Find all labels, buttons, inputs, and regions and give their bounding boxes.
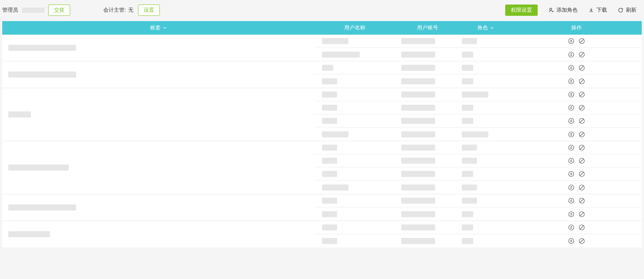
cell-username — [315, 238, 394, 244]
cell-accounts — [2, 61, 315, 88]
forbid-button[interactable] — [578, 157, 585, 164]
column-header-role[interactable]: 角色 — [460, 21, 511, 35]
cell-user-account — [394, 91, 460, 98]
cell-user-account — [394, 171, 460, 177]
refresh-label: 刷新 — [626, 7, 636, 14]
table-body[interactable] — [2, 35, 642, 247]
chevron-down-icon — [489, 25, 495, 30]
transfer-button[interactable] — [568, 104, 575, 111]
sub-row — [315, 128, 642, 141]
forbid-button[interactable] — [578, 184, 585, 191]
accountant-label: 会计主管: — [103, 7, 126, 14]
cell-role — [460, 131, 511, 137]
cell-operations — [511, 224, 642, 231]
cell-username — [315, 171, 394, 177]
cell-operations — [511, 91, 642, 98]
forbid-button[interactable] — [578, 117, 585, 124]
cell-operations — [511, 184, 642, 191]
user-plus-icon — [548, 7, 554, 13]
cell-role — [460, 118, 511, 124]
data-table: 账套 用户名称 用户账号 角色 操作 — [2, 21, 642, 247]
column-header-user-account-label: 用户账号 — [417, 24, 438, 31]
cell-role — [460, 38, 511, 44]
column-header-accounts[interactable]: 账套 — [2, 21, 315, 35]
table-row — [2, 35, 642, 61]
redacted-admin-value — [22, 8, 44, 13]
cell-accounts — [2, 221, 315, 247]
transfer-button[interactable] — [568, 117, 575, 124]
forbid-button[interactable] — [578, 144, 585, 151]
forbid-button[interactable] — [578, 197, 585, 204]
permission-settings-button[interactable]: 权限设置 — [505, 5, 538, 16]
svg-point-11 — [569, 105, 574, 110]
redacted-value — [401, 118, 435, 124]
table-header-row: 账套 用户名称 用户账号 角色 操作 — [2, 21, 642, 35]
forbid-button[interactable] — [578, 224, 585, 231]
sub-row — [315, 221, 642, 234]
add-role-button[interactable]: 添加角色 — [548, 7, 578, 14]
svg-point-23 — [569, 185, 574, 190]
redacted-value — [8, 111, 31, 117]
table-row — [2, 88, 642, 141]
redacted-value — [322, 38, 348, 44]
transfer-button[interactable] — [568, 197, 575, 204]
redacted-value — [401, 38, 435, 44]
redacted-value — [462, 238, 473, 244]
forbid-button[interactable] — [578, 238, 585, 244]
add-role-label: 添加角色 — [557, 7, 578, 14]
cell-operations — [511, 38, 642, 44]
redacted-value — [462, 105, 473, 111]
forbid-button[interactable] — [578, 104, 585, 111]
redacted-value — [322, 65, 333, 71]
sub-row — [315, 141, 642, 154]
forbid-button[interactable] — [578, 51, 585, 58]
transfer-button[interactable] — [568, 211, 575, 218]
redacted-value — [322, 238, 337, 244]
svg-point-21 — [569, 171, 574, 177]
transfer-button[interactable] — [568, 144, 575, 151]
cell-operations — [511, 104, 642, 111]
forbid-button[interactable] — [578, 211, 585, 218]
forbid-button[interactable] — [578, 38, 585, 44]
forbid-button[interactable] — [578, 91, 585, 98]
handover-button[interactable]: 交接 — [48, 5, 70, 16]
cell-operations — [511, 238, 642, 244]
transfer-button[interactable] — [568, 38, 575, 44]
cell-user-account — [394, 131, 460, 137]
refresh-button[interactable]: 刷新 — [618, 7, 636, 14]
download-button[interactable]: 下载 — [588, 7, 607, 14]
forbid-button[interactable] — [578, 131, 585, 138]
transfer-button[interactable] — [568, 224, 575, 231]
forbid-button[interactable] — [578, 78, 585, 85]
download-icon — [588, 7, 594, 13]
cell-user-account — [394, 118, 460, 124]
forbid-button[interactable] — [578, 64, 585, 71]
cell-username — [315, 131, 394, 137]
redacted-value — [322, 118, 337, 124]
transfer-button[interactable] — [568, 51, 575, 58]
transfer-button[interactable] — [568, 91, 575, 98]
transfer-button[interactable] — [568, 184, 575, 191]
transfer-button[interactable] — [568, 78, 575, 85]
redacted-value — [401, 105, 435, 111]
transfer-button[interactable] — [568, 131, 575, 138]
cell-operations — [511, 131, 642, 138]
redacted-value — [322, 145, 337, 151]
redacted-value — [401, 145, 435, 151]
cell-operations — [511, 211, 642, 218]
settings-button[interactable]: 设置 — [138, 5, 160, 16]
redacted-value — [401, 184, 435, 191]
transfer-button[interactable] — [568, 238, 575, 244]
redacted-value — [322, 131, 348, 137]
cell-operations — [511, 117, 642, 124]
transfer-button[interactable] — [568, 157, 575, 164]
forbid-button[interactable] — [578, 171, 585, 177]
redacted-value — [401, 171, 435, 177]
cell-user-account — [394, 238, 460, 244]
transfer-button[interactable] — [568, 171, 575, 177]
redacted-value — [322, 78, 337, 84]
cell-user-account — [394, 65, 460, 71]
cell-role — [460, 52, 511, 58]
transfer-button[interactable] — [568, 64, 575, 71]
cell-role — [460, 105, 511, 111]
